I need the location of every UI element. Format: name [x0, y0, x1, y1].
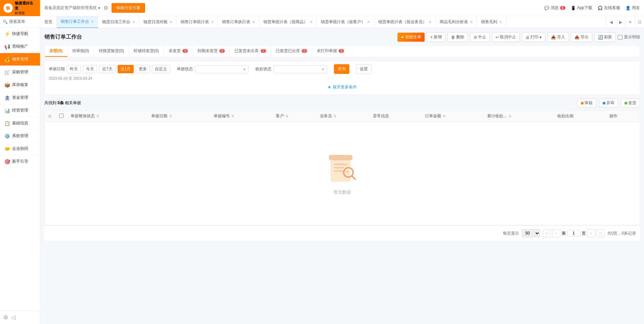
- next-page-btn[interactable]: ⟩: [587, 229, 595, 237]
- tab-close-sales-profit[interactable]: ✕: [499, 20, 502, 24]
- yesterday-btn[interactable]: 昨天: [67, 65, 81, 73]
- sort-received-icon[interactable]: ⇅: [509, 114, 511, 118]
- sidebar-item-operations[interactable]: 📊 经营管理: [0, 104, 40, 117]
- topbar-gear-icon[interactable]: ⚙: [103, 5, 108, 11]
- tab-sales-stats[interactable]: 销售订单统计表 ✕: [177, 16, 218, 28]
- more-btn[interactable]: 更多: [136, 65, 150, 73]
- tab-cash-daily[interactable]: 钱货日清工作台 ✕: [98, 16, 139, 28]
- new-btn[interactable]: + 新增: [427, 32, 445, 42]
- expand-btn[interactable]: ▼ 展开更多条件: [325, 83, 360, 91]
- today-btn[interactable]: 今天: [83, 65, 97, 73]
- svg-point-7: [346, 170, 349, 173]
- col-received: 累计收款... ⇅: [484, 111, 554, 122]
- online-service-btn[interactable]: 🎧 在线客服: [598, 5, 620, 11]
- tab-close-sales-exec[interactable]: ✕: [252, 20, 255, 24]
- payment-select[interactable]: [273, 65, 327, 73]
- tab-expand[interactable]: ⊡: [635, 16, 644, 28]
- tab-close-sales-stats-customer[interactable]: ✕: [367, 20, 370, 24]
- last1m-btn[interactable]: 近1月: [118, 65, 134, 73]
- stop-btn[interactable]: ⊘ 中止: [470, 32, 490, 42]
- tab-close-sales-stats-staff[interactable]: ✕: [429, 20, 431, 24]
- delete-btn[interactable]: 🗑 删除: [447, 32, 468, 42]
- cancel-stop-btn[interactable]: ↩ 取消中止: [492, 32, 520, 42]
- filter-tab-wangpu-ship[interactable]: 旺铺待发货(0): [129, 46, 164, 57]
- tab-sales-stats-product[interactable]: 销货单统计表（按商品） ✕: [259, 16, 317, 28]
- tab-scroll-right[interactable]: ▶: [616, 16, 625, 28]
- sidebar-item-inventory[interactable]: 📦 库存核算: [0, 79, 40, 91]
- sidebar-item-quick-nav[interactable]: ⚡ 快捷导航: [0, 28, 40, 40]
- filter-tab-all[interactable]: 全部(0): [45, 46, 68, 57]
- search-menu[interactable]: 🔍 搜索菜单: [0, 16, 40, 28]
- filter-tab-shipped-not-out[interactable]: 已发货未出库 0: [230, 46, 271, 57]
- first-page-btn[interactable]: ⟨⟨: [543, 229, 551, 237]
- sort-status-icon[interactable]: ⇅: [96, 114, 99, 118]
- system-title-dropdown[interactable]: 装备及固定资产辅助管理系统 ▾: [44, 5, 100, 11]
- sort-staff-icon[interactable]: ⇅: [334, 114, 336, 118]
- tab-close-sales-stats[interactable]: ✕: [211, 20, 214, 24]
- select-all-checkbox[interactable]: [59, 114, 63, 118]
- tab-home[interactable]: 首页: [40, 16, 57, 28]
- custom-btn[interactable]: 自定义: [152, 65, 170, 73]
- tab-close-cash-reconcile[interactable]: ✕: [170, 20, 172, 24]
- sidebar-item-system[interactable]: ⚙️ 系统管理: [0, 130, 40, 143]
- tab-close-margin-analysis[interactable]: ✕: [470, 20, 473, 24]
- tab-sales-workbench[interactable]: 销售订单工作台 ✕: [57, 16, 98, 28]
- search-btn[interactable]: 查询: [334, 64, 349, 74]
- prev-page-btn[interactable]: ⟨: [552, 229, 560, 237]
- filter-tab-pending-review[interactable]: 待审核(0): [68, 46, 94, 57]
- tab-scroll-left[interactable]: ◀: [606, 16, 616, 28]
- tab-margin-analysis[interactable]: 商品毛利分析表 ✕: [436, 16, 477, 28]
- tab-sales-stats-staff[interactable]: 销货单统计表（按业务员） ✕: [374, 16, 436, 28]
- sidebar-item-basic[interactable]: 📋 基础信息: [0, 117, 40, 130]
- tab-sales-profit[interactable]: 销售毛利 ✕: [477, 16, 506, 28]
- solution-btn[interactable]: 体验行业方案: [112, 3, 145, 13]
- tab-close-sales-stats-product[interactable]: ✕: [310, 20, 312, 24]
- tab-close-cash-daily[interactable]: ✕: [132, 20, 135, 24]
- sort-amount-icon[interactable]: ⇅: [443, 114, 445, 118]
- sort-date-icon[interactable]: ⇅: [169, 114, 172, 118]
- ai-generate-btn[interactable]: ✦ 智能生单: [397, 33, 425, 42]
- status-select[interactable]: [195, 65, 249, 73]
- sidebar-item-purchase[interactable]: 🛒 采购管理: [0, 66, 40, 79]
- settings-footer-icon[interactable]: ⚙: [3, 314, 8, 321]
- sidebar-item-sales[interactable]: 💰 销售管理: [0, 53, 40, 66]
- last7-btn[interactable]: 近7天: [99, 65, 116, 73]
- sidebar-item-finance[interactable]: 🏦 资金管理: [0, 91, 40, 104]
- user-btn[interactable]: 👤 用友: [626, 5, 640, 11]
- review-quick-btn[interactable]: 审核: [577, 98, 596, 108]
- sidebar-item-enterprise[interactable]: 🤝 企业协同: [0, 143, 40, 155]
- tab-sales-stats-customer[interactable]: 销货单统计表（按客户） ✕: [317, 16, 374, 28]
- uncheck-quick-btn[interactable]: 弃审: [599, 98, 618, 108]
- filter-tab-not-printed[interactable]: 未打印单据 0: [312, 46, 349, 57]
- tab-close-all[interactable]: ✕: [625, 16, 635, 28]
- message-btn[interactable]: 💬 消息 6: [544, 5, 565, 11]
- ship-quick-btn[interactable]: 发货: [621, 98, 640, 108]
- export-btn[interactable]: 📤 导出: [571, 32, 592, 42]
- sidebar-item-guide[interactable]: 🎯 新手引导: [0, 155, 40, 168]
- tab-sales-exec[interactable]: 销售订单执行表 ✕: [218, 16, 259, 28]
- print-btn[interactable]: 🖨 打印 ▾: [522, 32, 545, 42]
- page-input[interactable]: [567, 230, 581, 237]
- per-page-select[interactable]: 50 20 100: [522, 229, 540, 237]
- last-page-btn[interactable]: ⟩⟩: [597, 229, 605, 237]
- sidebar-item-marketing[interactable]: 📢 营销推广: [0, 40, 40, 53]
- sort-number-icon[interactable]: ⇅: [231, 114, 234, 118]
- basic-icon: 📋: [4, 121, 10, 126]
- settings-btn[interactable]: 设置: [356, 64, 372, 74]
- collapse-icon[interactable]: ◁: [11, 314, 15, 321]
- import-btn[interactable]: 📥 导入: [547, 32, 569, 42]
- sort-customer-icon[interactable]: ⇅: [286, 114, 288, 118]
- tab-cash-reconcile[interactable]: 钱货日清对账 ✕: [139, 16, 177, 28]
- show-detail-checkbox[interactable]: [618, 35, 622, 40]
- tab-close-sales-workbench[interactable]: ✕: [91, 20, 94, 24]
- filter-status-item: 单据状态: [177, 65, 249, 73]
- marketing-icon: 📢: [4, 44, 10, 49]
- filter-tab-overdue-ship[interactable]: 到期未发货 0: [193, 46, 230, 57]
- refresh-btn[interactable]: 🔄 刷新: [594, 32, 616, 42]
- inventory-icon: 📦: [4, 82, 10, 88]
- app-download-btn[interactable]: 📱 App下载: [571, 5, 592, 11]
- filter-tab-shipped-out[interactable]: 已发货已出库 0: [271, 46, 312, 57]
- filter-tab-not-shipped[interactable]: 未发货 0: [164, 46, 193, 57]
- filter-tab-pending-inspect[interactable]: 待拣货验货(0): [94, 46, 129, 57]
- col-settings[interactable]: ⚙: [45, 111, 55, 122]
